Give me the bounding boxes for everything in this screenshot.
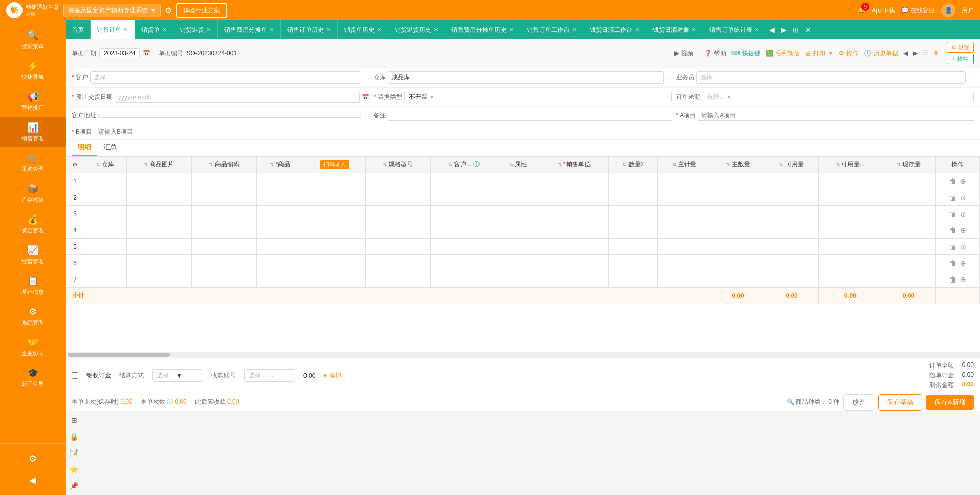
discard-button[interactable]: 放弃 — [843, 394, 874, 411]
save-new-button[interactable]: 保存&新增 — [926, 395, 974, 410]
tab-close-icon[interactable]: ✕ — [509, 26, 514, 33]
tab-sales-fee[interactable]: 销售费用分摊单 ✕ — [218, 20, 281, 39]
copy-row-btn[interactable]: ⊕ — [959, 176, 967, 186]
list-view-btn[interactable]: ☰ — [923, 50, 928, 57]
delete-row-btn[interactable]: 🗑 — [948, 225, 957, 235]
address-dots[interactable]: ··· — [364, 112, 369, 119]
add-btn[interactable]: ● 添加 — [323, 371, 341, 380]
right-tool-4[interactable]: ⭐ — [67, 462, 81, 477]
tab-close-icon[interactable]: ✕ — [754, 26, 759, 33]
sidebar-item-sales[interactable]: 📊 销售管理 — [0, 117, 66, 147]
profit-btn[interactable]: 💹 毛利预估 — [766, 49, 800, 58]
tab-cash-reconcile[interactable]: 钱货日清对账 ✕ — [646, 20, 703, 39]
settings-icon[interactable]: ⚙ — [165, 6, 172, 15]
tab-close-icon[interactable]: ✕ — [269, 26, 274, 33]
nav-prev-btn[interactable]: ◀ — [903, 50, 908, 57]
customer-dots[interactable]: ··· — [364, 74, 369, 81]
help-btn[interactable]: ❓ 帮助 — [704, 49, 726, 58]
copy-row-btn[interactable]: ⊕ — [959, 242, 967, 252]
right-tool-5[interactable]: 📌 — [67, 479, 81, 493]
tab-more-btn[interactable]: ⊞ — [790, 26, 802, 34]
r2-warehouse[interactable] — [84, 189, 127, 206]
app-download-link[interactable]: App下载 — [872, 6, 895, 15]
sidebar-item-purchase[interactable]: 🛒 采购管理 — [0, 147, 66, 178]
tab-return-history[interactable]: 销货退货历史 ✕ — [388, 20, 445, 39]
row-spec-1[interactable] — [365, 173, 430, 189]
b-project-input[interactable] — [95, 126, 974, 137]
online-service-link[interactable]: 💬 在线客服 — [901, 6, 935, 15]
warehouse-input[interactable]: 成品库 — [388, 71, 663, 84]
row-warehouse-1[interactable] — [84, 173, 127, 189]
info-icon[interactable]: ⓘ — [167, 398, 173, 405]
view-btn[interactable]: ▶ 视频 — [674, 49, 693, 58]
r2-product[interactable] — [257, 189, 303, 206]
tab-close-all-btn[interactable]: ✕ — [802, 26, 814, 34]
settings-button[interactable]: ⚙ 设置 — [947, 42, 974, 53]
tab-sales-return[interactable]: 销货退货 ✕ — [173, 20, 218, 39]
account-dropdown[interactable]: 选择... ··· — [244, 369, 295, 382]
invoice-dropdown[interactable]: 不开票 ▼ — [404, 91, 671, 103]
row-attr-1[interactable] — [497, 173, 539, 189]
nav-next-btn[interactable]: ▶ — [913, 50, 918, 57]
delete-row-btn[interactable]: 🗑 — [948, 258, 957, 268]
remarks-input[interactable] — [388, 110, 671, 121]
sidebar-item-base[interactable]: 📋 基础信息 — [0, 270, 66, 301]
tab-close-icon[interactable]: ✕ — [691, 26, 696, 33]
tab-next-btn[interactable]: ▶ — [778, 26, 790, 34]
tab-cash-workbench[interactable]: 钱货日清工作台 ✕ — [583, 20, 646, 39]
payment-method-dropdown[interactable]: 选择... ▼ — [152, 369, 203, 382]
scroll-thumb[interactable] — [68, 353, 170, 357]
tab-close-icon[interactable]: ✕ — [123, 26, 128, 33]
tab-close-icon[interactable]: ✕ — [326, 26, 331, 33]
row-main-qty-1[interactable] — [711, 173, 765, 189]
copy-row-btn[interactable]: ⊕ — [959, 192, 967, 203]
right-tool-1[interactable]: ⊞ — [67, 413, 81, 427]
history-btn[interactable]: 🕐 历史单据 — [864, 49, 898, 58]
print-btn[interactable]: 🖨 打印 ▼ — [805, 49, 834, 58]
add-material-button[interactable]: + 物料 — [947, 54, 974, 64]
staff-input[interactable]: 选择... — [696, 71, 966, 84]
delete-row-btn[interactable]: 🗑 — [948, 176, 957, 186]
row-unit-1[interactable] — [539, 173, 609, 189]
tab-detail[interactable]: 明细 — [72, 140, 97, 156]
copy-row-btn[interactable]: ⊕ — [959, 225, 967, 235]
copy-row-btn[interactable]: ⊕ — [959, 274, 967, 285]
tab-close-icon[interactable]: ✕ — [635, 26, 640, 33]
tab-sales-order[interactable]: 销售订单 ✕ — [91, 20, 135, 39]
tab-close-icon[interactable]: ✕ — [162, 26, 167, 33]
sidebar-item-nav[interactable]: ⚡ 快捷导航 — [0, 55, 66, 86]
sidebar-item-system[interactable]: ⚙ 系统管理 — [0, 301, 66, 332]
row-customer-1[interactable] — [430, 173, 497, 189]
delete-row-btn[interactable]: 🗑 — [948, 209, 957, 219]
tab-close-icon[interactable]: ✕ — [206, 26, 211, 33]
customer-col-info-icon[interactable]: ⓘ — [473, 161, 480, 168]
calendar2-icon[interactable]: 📅 — [362, 94, 369, 101]
sidebar-item-finance[interactable]: 💰 资金管理 — [0, 209, 66, 240]
tab-goods-history[interactable]: 销货单历史 ✕ — [338, 20, 388, 39]
notification-bell[interactable]: 🔔 9 — [858, 7, 865, 14]
delivery-input[interactable]: yyyy-mm-dd — [115, 92, 360, 103]
grid-view-btn[interactable]: ⊞ — [933, 50, 939, 57]
date-value[interactable]: 2023-03-24 — [99, 48, 140, 58]
avatar[interactable]: 👤 — [941, 3, 955, 17]
tab-close-icon[interactable]: ✕ — [572, 26, 577, 33]
tab-close-icon[interactable]: ✕ — [377, 26, 382, 33]
save-draft-button[interactable]: 保存草稿 — [878, 394, 922, 411]
copy-row-btn[interactable]: ⊕ — [959, 258, 967, 268]
sidebar-item-search[interactable]: 🔍 搜索菜单 — [0, 25, 66, 55]
sidebar-item-guide[interactable]: 🎓 新手引导 — [0, 362, 66, 393]
row-code-1[interactable] — [191, 173, 256, 189]
tab-stats[interactable]: 销售订单统计表 ✕ — [703, 20, 766, 39]
row-product-1[interactable] — [257, 173, 303, 189]
a-project-input[interactable] — [698, 110, 974, 121]
shortcut-btn[interactable]: ⌨ 快捷键 — [731, 49, 760, 58]
customer-input[interactable]: 选择... — [90, 71, 361, 84]
delete-row-btn[interactable]: 🗑 — [948, 242, 957, 252]
delete-row-btn[interactable]: 🗑 — [948, 192, 957, 203]
sidebar-item-operations[interactable]: 📈 经营管理 — [0, 240, 66, 270]
tab-order-workbench[interactable]: 销售订单工作台 ✕ — [520, 20, 583, 39]
tab-sales-goods[interactable]: 销货单 ✕ — [135, 20, 173, 39]
address-input[interactable] — [98, 114, 361, 118]
row-qty2-1[interactable] — [609, 173, 658, 189]
right-tool-3[interactable]: 📝 — [67, 446, 81, 460]
